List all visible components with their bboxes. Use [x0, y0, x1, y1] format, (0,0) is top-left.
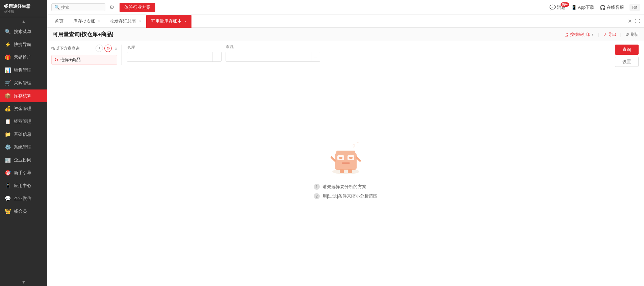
- message-icon: 💬: [549, 4, 556, 10]
- inventory-icon: 📦: [5, 93, 11, 99]
- export-icon: ↗: [603, 32, 607, 37]
- sidebar-item-label: 新手引导: [14, 170, 31, 176]
- refresh-btn[interactable]: ↺ 刷新: [625, 32, 639, 37]
- filter-left-header: 按以下方案查询 + ⚙ «: [51, 45, 117, 52]
- sidebar-item-label: 畅会员: [14, 208, 27, 214]
- sidebar-item-app-center[interactable]: 📱 应用中心: [0, 179, 47, 192]
- scroll-down-btn[interactable]: ▼: [0, 278, 47, 286]
- app-download-btn[interactable]: 📱 App下载: [571, 4, 594, 10]
- tip-num-1: 1: [314, 184, 320, 190]
- print-btn[interactable]: 🖨 按模板打印 ▾: [564, 32, 594, 37]
- brand-name: 畅康通好生意: [4, 3, 43, 9]
- query-btn[interactable]: 查询: [615, 45, 639, 55]
- warehouse-input-row[interactable]: ···: [127, 52, 222, 62]
- setting-scheme-btn[interactable]: ⚙: [104, 45, 112, 52]
- refresh-icon: ↺: [625, 32, 629, 37]
- sidebar-item-quick-nav[interactable]: ⚡ 快捷导航: [0, 38, 47, 51]
- tip-num-2: 2: [314, 193, 320, 199]
- warehouse-more-btn[interactable]: ···: [212, 52, 221, 61]
- tab-available-ledger[interactable]: 可用量库存账本 ×: [146, 15, 191, 28]
- add-scheme-btn[interactable]: +: [96, 45, 103, 52]
- user-area[interactable]: Rit: [629, 4, 640, 11]
- window-close-icon[interactable]: ✕: [628, 18, 632, 24]
- app-center-icon: 📱: [5, 183, 11, 189]
- sidebar-item-label: 搜索菜单: [14, 29, 31, 35]
- page-title: 可用量查询(按仓库+商品): [53, 31, 113, 38]
- scheme-item[interactable]: ↻ 仓库+商品: [51, 55, 117, 65]
- svg-text:?: ?: [353, 144, 355, 149]
- online-service-label: 在线客服: [607, 4, 624, 10]
- scroll-up-btn[interactable]: ▲: [0, 17, 47, 25]
- filter-right-panel: 仓库 ··· 商品 ··· 查询 设置: [122, 45, 644, 71]
- filter-left-panel: 按以下方案查询 + ⚙ « ↻ 仓库+商品: [47, 45, 122, 65]
- app-download-label: App下载: [578, 4, 594, 10]
- sidebar-item-sales[interactable]: 📊 销售管理: [0, 64, 47, 77]
- topbar-search-box[interactable]: 🔍: [51, 3, 105, 11]
- home-tab-label: 首页: [55, 18, 63, 24]
- sidebar-item-purchase[interactable]: 🛒 采购管理: [0, 77, 47, 89]
- goods-input-row[interactable]: ···: [226, 52, 320, 62]
- filter-left-title: 按以下方案查询: [51, 46, 80, 51]
- sidebar-item-label: 企业微信: [14, 196, 31, 202]
- search-input[interactable]: [61, 5, 102, 10]
- sidebar-item-newbie[interactable]: 🎯 新手引导: [0, 166, 47, 179]
- sidebar-item-operations[interactable]: 📋 经营管理: [0, 115, 47, 128]
- svg-text:~: ~: [357, 141, 359, 145]
- page-header: 可用量查询(按仓库+商品) 🖨 按模板打印 ▾ | ↗ 导出 | ↺ 刷新: [47, 28, 644, 41]
- export-btn[interactable]: ↗ 导出: [603, 32, 616, 37]
- empty-tip-2: 2 用[过滤]条件来缩小分析范围: [314, 193, 378, 199]
- close-recv-summary-icon[interactable]: ×: [139, 19, 141, 23]
- sidebar-item-enterprise[interactable]: 🏢 企业协同: [0, 154, 47, 166]
- recv-summary-tab-label: 收发存汇总表: [110, 18, 136, 24]
- finance-icon: 💰: [5, 106, 11, 112]
- main-area: 🔍 ⚙ 体验行业方案 💬 消息 99+ 📱 App下载 🎧 在线客服 Rit: [47, 0, 644, 286]
- vip-icon: 👑: [5, 208, 11, 214]
- empty-tip-1: 1 请先选择要分析的方案: [314, 184, 378, 190]
- online-service-btn[interactable]: 🎧 在线客服: [600, 4, 624, 10]
- basic-info-icon: 📁: [5, 131, 11, 137]
- search-icon: 🔍: [5, 29, 11, 35]
- filter-area: 按以下方案查询 + ⚙ « ↻ 仓库+商品 仓库: [47, 41, 644, 71]
- tab-batch-ledger[interactable]: 库存批次账 ×: [69, 15, 105, 28]
- sidebar-item-label: 采购管理: [14, 80, 31, 86]
- sidebar-item-search[interactable]: 🔍 搜索菜单: [0, 25, 47, 38]
- filter-left-actions: + ⚙ «: [96, 45, 117, 52]
- mobile-icon: 📱: [571, 5, 577, 10]
- settings-btn[interactable]: 设置: [615, 57, 639, 67]
- sidebar-item-label: 基础信息: [14, 131, 31, 137]
- collapse-btn[interactable]: «: [114, 46, 117, 51]
- experience-btn[interactable]: 体验行业方案: [120, 3, 155, 12]
- warehouse-input[interactable]: [127, 54, 212, 59]
- tip-text-2: 用[过滤]条件来缩小分析范围: [323, 193, 378, 199]
- close-available-ledger-icon[interactable]: ×: [184, 19, 186, 23]
- tab-home[interactable]: 首页: [50, 15, 69, 28]
- goods-label: 商品: [226, 45, 320, 50]
- tabs-bar: 首页 库存批次账 × 收发存汇总表 × 可用量库存账本 × ✕ ⛶: [47, 15, 644, 28]
- svg-rect-11: [348, 169, 352, 173]
- tab-recv-summary[interactable]: 收发存汇总表 ×: [105, 15, 146, 28]
- goods-input[interactable]: [226, 54, 311, 59]
- gear-icon[interactable]: ⚙: [108, 3, 115, 12]
- close-batch-ledger-icon[interactable]: ×: [98, 19, 100, 23]
- page-header-actions: 🖨 按模板打印 ▾ | ↗ 导出 | ↺ 刷新: [564, 32, 639, 37]
- sidebar-item-basic-info[interactable]: 📁 基础信息: [0, 128, 47, 141]
- goods-more-btn[interactable]: ···: [311, 52, 320, 61]
- warehouse-label: 仓库: [127, 45, 222, 50]
- available-ledger-tab-label: 可用量库存账本: [151, 18, 182, 24]
- svg-rect-6: [342, 162, 350, 164]
- refresh-label: 刷新: [630, 32, 639, 37]
- dropdown-icon[interactable]: ▾: [592, 32, 594, 37]
- empty-state: ? ~ 1 请先选择要分析的方案 2 用[过滤]条件来缩小分析范围: [47, 71, 644, 286]
- marketing-icon: 🎁: [5, 54, 11, 60]
- operations-icon: 📋: [5, 119, 11, 125]
- window-maximize-icon[interactable]: ⛶: [635, 18, 640, 24]
- sidebar-item-marketing[interactable]: 🎁 营销推广: [0, 51, 47, 64]
- sidebar-item-system[interactable]: ⚙️ 系统管理: [0, 141, 47, 154]
- user-label: Rit: [632, 5, 637, 10]
- sidebar-item-finance[interactable]: 💰 资金管理: [0, 102, 47, 115]
- sidebar-item-inventory[interactable]: 📦 库存核算: [0, 89, 47, 102]
- message-btn[interactable]: 💬 消息 99+: [549, 4, 566, 10]
- sidebar-item-wechat[interactable]: 💬 企业微信: [0, 192, 47, 205]
- empty-illustration: ? ~: [326, 138, 366, 178]
- sidebar-item-vip[interactable]: 👑 畅会员: [0, 205, 47, 218]
